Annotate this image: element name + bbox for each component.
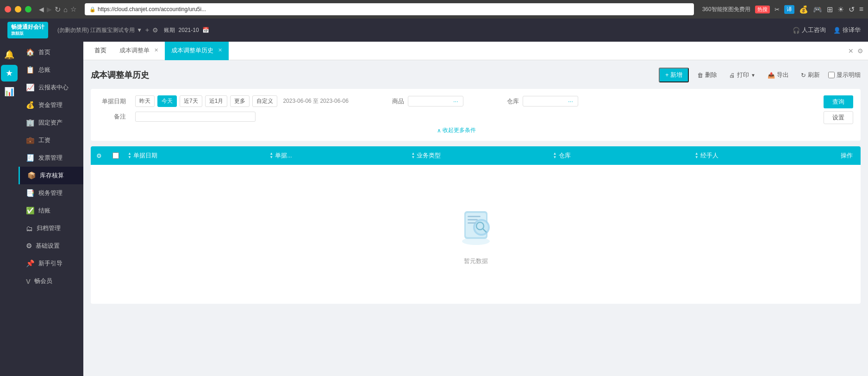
sidebar-item-settings[interactable]: ⚙ 基础设置: [19, 237, 83, 255]
th-warehouse[interactable]: ▲▼ 仓库: [550, 151, 691, 160]
user-avatar[interactable]: 👤 徐译华: [833, 26, 861, 34]
th-biz-type[interactable]: ▲▼ 业务类型: [407, 151, 549, 160]
tab-cost-adjust[interactable]: 成本调整单 ✕: [113, 42, 165, 60]
game-icon[interactable]: 🎮: [813, 5, 822, 14]
sidebar-item-inventory[interactable]: 📦 库存核算: [19, 167, 83, 184]
account-selector[interactable]: (勿删勿禁用) 江西服宝测试专用 ▼ ＋ ⚙: [57, 26, 158, 34]
page-area: 成本调整单历史 + 新增 🗑 删除 🖨 打印 ▼ 📤 导出: [83, 60, 868, 376]
empty-illustration: [453, 202, 499, 250]
export-button[interactable]: 📤 导出: [764, 69, 793, 81]
docno-sort-icon: ▲▼: [269, 152, 273, 159]
scissors-icon[interactable]: ✂: [774, 6, 780, 13]
th-docno-label: 单据...: [275, 151, 292, 160]
empty-svg: [453, 202, 499, 248]
smart-cutout-label[interactable]: 360智能抠图免费用: [702, 6, 750, 13]
star-icon-btn[interactable]: ★: [1, 65, 18, 81]
display-toggle-checkbox[interactable]: [828, 72, 835, 78]
settings-nav-icon: ⚙: [26, 242, 32, 250]
sidebar-item-funds[interactable]: 💰 资金管理: [19, 96, 83, 114]
remark-filter-input[interactable]: [135, 112, 256, 122]
sidebar-item-vip[interactable]: V 畅会员: [19, 272, 83, 290]
warehouse-ellipsis-btn[interactable]: ···: [566, 98, 575, 105]
lock-icon: 🔒: [89, 6, 96, 13]
goods-filter-select[interactable]: ···: [408, 96, 463, 107]
table-settings-icon[interactable]: ⚙: [91, 152, 107, 159]
delete-button[interactable]: 🗑 删除: [693, 69, 721, 81]
th-handler[interactable]: ▲▼ 经手人: [691, 151, 833, 160]
sidebar-item-home[interactable]: 🏠 首页: [19, 44, 83, 61]
sidebar-item-payroll[interactable]: 💼 工资: [19, 132, 83, 149]
th-biztype-label: 业务类型: [417, 151, 441, 160]
date-btn-more[interactable]: 更多: [230, 95, 250, 107]
notification-icon-btn[interactable]: 🔔: [1, 46, 18, 63]
service-link[interactable]: 🎧 人工咨询: [793, 26, 826, 34]
address-bar[interactable]: 🔒 https://cloud.chanjet.com/accounting/u…: [85, 3, 694, 15]
table-select-all[interactable]: [107, 152, 124, 159]
assets-nav-label: 固定资产: [38, 119, 62, 127]
menu-icon[interactable]: ≡: [859, 5, 863, 13]
refresh-icon[interactable]: ↻: [55, 5, 61, 14]
warehouse-filter-select[interactable]: ···: [523, 96, 578, 107]
sidebar-item-ledger[interactable]: 📋 总账: [19, 61, 83, 79]
browser-maximize-btn[interactable]: [25, 6, 31, 13]
sidebar-item-tax[interactable]: 📑 税务管理: [19, 184, 83, 202]
goods-ellipsis-btn[interactable]: ···: [451, 98, 460, 105]
calendar-icon[interactable]: 📅: [202, 27, 209, 33]
filter-settings-button[interactable]: 设置: [824, 111, 853, 124]
display-toggle[interactable]: 显示明细: [828, 71, 861, 79]
undo-icon[interactable]: ↺: [849, 5, 855, 14]
right-close-btn[interactable]: ✕: [848, 47, 854, 55]
browser-close-btn[interactable]: [5, 6, 11, 13]
tab-cost-adjust-history[interactable]: 成本调整单历史 ✕: [165, 42, 229, 60]
handler-sort-icon: ▲▼: [695, 152, 699, 159]
chart-icon-btn[interactable]: 📊: [1, 83, 18, 100]
brightness-icon[interactable]: ☀: [837, 5, 844, 14]
ledger-nav-icon: 📋: [26, 66, 35, 74]
filter-remark-row: 备注: [98, 112, 814, 122]
date-btn-1month[interactable]: 近1月: [205, 95, 228, 107]
date-btn-7days[interactable]: 近7天: [180, 95, 202, 107]
sidebar-item-close[interactable]: ✅ 结账: [19, 202, 83, 219]
back-icon[interactable]: ◀: [39, 6, 44, 13]
print-dropdown-icon: ▼: [751, 73, 756, 78]
sidebar-item-archive[interactable]: 🗂 归档管理: [19, 219, 83, 237]
forward-icon[interactable]: ▶: [47, 6, 52, 13]
tab-home[interactable]: 首页: [88, 42, 113, 60]
browser-minimize-btn[interactable]: [15, 6, 21, 13]
translate-btn[interactable]: 译: [784, 5, 794, 14]
assets-nav-icon: 🏢: [26, 119, 35, 127]
query-button[interactable]: 查询: [824, 95, 853, 108]
home-nav-icon: 🏠: [26, 48, 35, 56]
hot-search-badge[interactable]: 热搜: [755, 6, 770, 13]
add-account-icon[interactable]: ＋: [144, 26, 150, 34]
vip-nav-label: 畅会员: [34, 277, 52, 285]
th-doc-no[interactable]: ▲▼ 单据...: [266, 151, 407, 160]
sidebar-item-assets[interactable]: 🏢 固定资产: [19, 114, 83, 132]
refresh-button[interactable]: ↻ 刷新: [797, 69, 824, 81]
grid-icon[interactable]: ⊞: [827, 5, 833, 14]
date-btn-custom[interactable]: 自定义: [252, 95, 277, 107]
print-button[interactable]: 🖨 打印 ▼: [725, 69, 759, 81]
archive-nav-icon: 🗂: [26, 225, 33, 232]
sidebar-item-guide[interactable]: 📌 新手引导: [19, 255, 83, 272]
wallet-icon[interactable]: 💰: [799, 5, 808, 14]
date-btn-yesterday[interactable]: 昨天: [135, 95, 155, 107]
tab-cost-adjust-close[interactable]: ✕: [154, 47, 158, 53]
display-toggle-label: 显示明细: [837, 71, 861, 79]
add-button[interactable]: + 新增: [659, 68, 689, 82]
th-date-label: 单据日期: [133, 151, 157, 160]
collapse-filter-btn[interactable]: ∧ 收起更多条件: [437, 126, 476, 134]
sidebar-item-reports[interactable]: 📈 云报表中心: [19, 79, 83, 96]
home-icon[interactable]: ⌂: [63, 6, 68, 13]
date-btn-today[interactable]: 今天: [157, 95, 177, 107]
period-label: 账期: [164, 27, 175, 33]
sidebar-item-invoice[interactable]: 🧾 发票管理: [19, 149, 83, 167]
select-all-checkbox[interactable]: [112, 152, 119, 159]
favorite-icon[interactable]: ☆: [70, 5, 76, 13]
right-settings-icon[interactable]: ⚙: [857, 47, 863, 55]
header-center: (勿删勿禁用) 江西服宝测试专用 ▼ ＋ ⚙ 账期 2021-10 📅: [48, 26, 793, 34]
th-date[interactable]: ▲▼ 单据日期: [124, 151, 266, 160]
main-layout: 🔔 ★ 📊 🏠 首页 📋 总账 📈 云报表中心 💰 资金管理 🏢 固定资产 💼 …: [0, 42, 868, 376]
tab-cost-adjust-history-close[interactable]: ✕: [218, 47, 222, 53]
settings-account-icon[interactable]: ⚙: [152, 26, 158, 34]
